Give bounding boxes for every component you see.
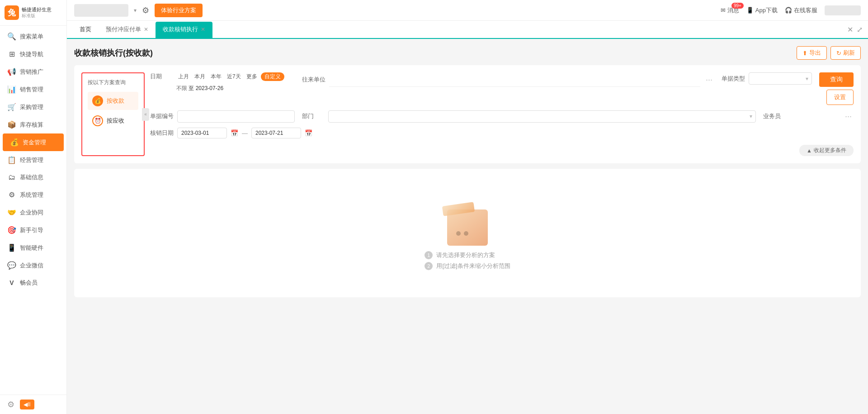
dept-select[interactable]: [328, 110, 756, 123]
staff-more-icon[interactable]: ···: [843, 112, 854, 121]
partner-input-area: [329, 72, 700, 87]
collapse-up-icon: ▲: [807, 148, 812, 154]
member-icon: V: [7, 279, 16, 286]
header-gear-icon[interactable]: ⚙: [142, 5, 149, 15]
refresh-button[interactable]: ↻ 刷新: [830, 46, 861, 60]
sidebar-item-basic-info[interactable]: 🗂 基础信息: [0, 169, 66, 186]
date-no-limit: 不限 至 2023-07-26: [176, 85, 223, 92]
app-name: 畅捷通好生意: [22, 6, 52, 13]
basic-info-icon: 🗂: [7, 173, 16, 181]
filter-row-2: 单据编号 部门 业务员 ···: [150, 109, 854, 123]
purchase-icon: 🛒: [7, 103, 16, 111]
operations-icon: 📋: [7, 156, 16, 164]
message-button[interactable]: ✉ 消息 99+: [721, 6, 739, 14]
verify-date-start-input[interactable]: [177, 128, 227, 138]
hardware-icon: 📱: [7, 243, 16, 252]
date-filter: 日期 上月 本月 本年 近7天 更多 自定义 不限 至 2023-07-26: [150, 72, 295, 92]
sidebar-item-member[interactable]: V 畅会员: [0, 274, 66, 291]
date-label: 日期: [150, 72, 173, 81]
sidebar-item-quick-nav[interactable]: ⊞ 快捷导航: [0, 45, 66, 63]
partner-more-icon[interactable]: ···: [704, 75, 714, 85]
tab-close-all-icon[interactable]: ✕: [847, 25, 853, 34]
date-shortcut-this-month[interactable]: 本月: [193, 72, 207, 81]
date-shortcut-this-year[interactable]: 本年: [209, 72, 223, 81]
page-title: 收款核销执行(按收款): [74, 48, 153, 58]
sidebar-item-inventory[interactable]: 📦 库存核算: [0, 116, 66, 133]
sidebar-item-cooperation[interactable]: 🤝 企业协同: [0, 204, 66, 221]
export-button[interactable]: ⬆ 导出: [797, 46, 827, 60]
trial-button[interactable]: 体验行业方案: [155, 4, 203, 17]
page-title-bar: 收款核销执行(按收款) ⬆ 导出 ↻ 刷新: [74, 46, 861, 60]
date-shortcut-7days[interactable]: 近7天: [225, 72, 243, 81]
sidebar-item-finance[interactable]: 💰 资金管理: [3, 133, 64, 151]
voucher-no-input[interactable]: [177, 110, 295, 123]
filter-settings-button[interactable]: 设置: [826, 90, 854, 105]
date-shortcut-more[interactable]: 更多: [245, 72, 259, 81]
partner-label: 往来单位: [302, 76, 326, 84]
sidebar-settings-icon[interactable]: ⚙: [7, 400, 14, 409]
sidebar-item-purchase[interactable]: 🛒 采购管理: [0, 98, 66, 116]
sidebar-item-weixin[interactable]: 💬 企业微信: [0, 257, 66, 274]
query-type-panel: 按以下方案查询 💰 按收款 ⏰ 按应收 «: [81, 72, 145, 156]
sidebar-item-system[interactable]: ⚙ 系统管理: [0, 186, 66, 204]
tab-receipt-verify-close[interactable]: ✕: [201, 26, 205, 33]
query-type-by-receipt[interactable]: 💰 按收款: [88, 92, 138, 110]
weixin-icon: 💬: [7, 261, 16, 270]
sidebar-item-sales[interactable]: 📊 销售管理: [0, 81, 66, 98]
tab-receipt-verify-label: 收款核销执行: [163, 25, 198, 33]
online-service-button[interactable]: 🎧 在线客服: [785, 6, 817, 14]
tab-prepay-close[interactable]: ✕: [144, 26, 148, 33]
sidebar-item-operations[interactable]: 📋 经营管理: [0, 151, 66, 169]
sidebar-item-guide[interactable]: 🎯 新手引导: [0, 221, 66, 239]
filter-row-3: 核销日期 📅 — 📅: [150, 128, 854, 138]
user-avatar[interactable]: [825, 5, 861, 15]
empty-hint-1: 1 请先选择要分析的方案: [425, 251, 510, 259]
bill-type-label: 单据类型: [722, 75, 745, 83]
export-icon: ⬆: [802, 50, 807, 57]
query-action-buttons: 查询 设置: [819, 72, 854, 105]
sidebar-collapse-button[interactable]: ◀II: [20, 400, 34, 409]
date-shortcut-last-month[interactable]: 上月: [176, 72, 191, 81]
tab-home[interactable]: 首页: [72, 22, 99, 38]
quick-nav-icon: ⊞: [7, 50, 16, 58]
tab-expand-icon[interactable]: ⤢: [857, 25, 863, 34]
verify-date-start-calendar-icon[interactable]: 📅: [231, 129, 238, 137]
by-receipt-icon: 💰: [92, 95, 103, 106]
partner-filter: 往来单位 ···: [302, 72, 714, 87]
sidebar-item-label: 企业协同: [20, 209, 43, 217]
verify-date-end-input[interactable]: [251, 128, 301, 138]
bill-type-select[interactable]: [749, 72, 812, 85]
tab-prepay[interactable]: 预付冲应付单 ✕: [99, 22, 156, 38]
verify-date-end-calendar-icon[interactable]: 📅: [305, 129, 312, 137]
sidebar-item-label: 畅会员: [20, 279, 38, 287]
voucher-no-filter: 单据编号: [150, 110, 295, 123]
sidebar-item-marketing[interactable]: 📢 营销推广: [0, 63, 66, 81]
top-header: ▾ ⚙ 体验行业方案 ✉ 消息 99+ 📱 App下载 🎧 在线客服: [67, 0, 868, 21]
query-type-by-receivable[interactable]: ⏰ 按应收: [88, 112, 138, 130]
sidebar-item-label: 库存核算: [20, 121, 43, 129]
app-subtitle: 标准版: [22, 13, 52, 19]
date-shortcut-custom[interactable]: 自定义: [261, 72, 284, 81]
page-content: 收款核销执行(按收款) ⬆ 导出 ↻ 刷新 按以下方案查询 💰 按收款: [67, 39, 868, 414]
collapse-conditions-area: ▲ 收起更多条件: [150, 145, 854, 156]
sidebar-item-search-menu[interactable]: 🔍 搜索菜单: [0, 28, 66, 45]
tab-receipt-verify[interactable]: 收款核销执行 ✕: [156, 22, 212, 38]
app-download-button[interactable]: 📱 App下载: [746, 6, 778, 14]
empty-hint-2: 2 用[过滤]条件来缩小分析范围: [425, 262, 510, 270]
header-chevron-icon[interactable]: ▾: [134, 7, 137, 14]
dept-select-wrapper: [328, 110, 756, 123]
search-menu-icon: 🔍: [7, 32, 16, 41]
hint-num-2: 2: [425, 262, 433, 270]
collapse-conditions-button[interactable]: ▲ 收起更多条件: [799, 145, 854, 156]
sidebar-bottom: ⚙ ◀II: [0, 395, 66, 414]
sales-icon: 📊: [7, 85, 16, 94]
collapse-query-panel-button[interactable]: «: [142, 108, 149, 121]
sidebar-item-label: 资金管理: [23, 138, 46, 147]
sidebar-item-hardware[interactable]: 📱 智能硬件: [0, 239, 66, 257]
main-area: ▾ ⚙ 体验行业方案 ✉ 消息 99+ 📱 App下载 🎧 在线客服 首页: [67, 0, 868, 414]
filter-area: 按以下方案查询 💰 按收款 ⏰ 按应收 « 日期: [74, 65, 861, 163]
sidebar-item-label: 采购管理: [20, 103, 43, 111]
query-button[interactable]: 查询: [819, 72, 854, 87]
dept-filter: 部门: [302, 110, 756, 123]
sidebar-item-label: 营销推广: [20, 68, 43, 76]
